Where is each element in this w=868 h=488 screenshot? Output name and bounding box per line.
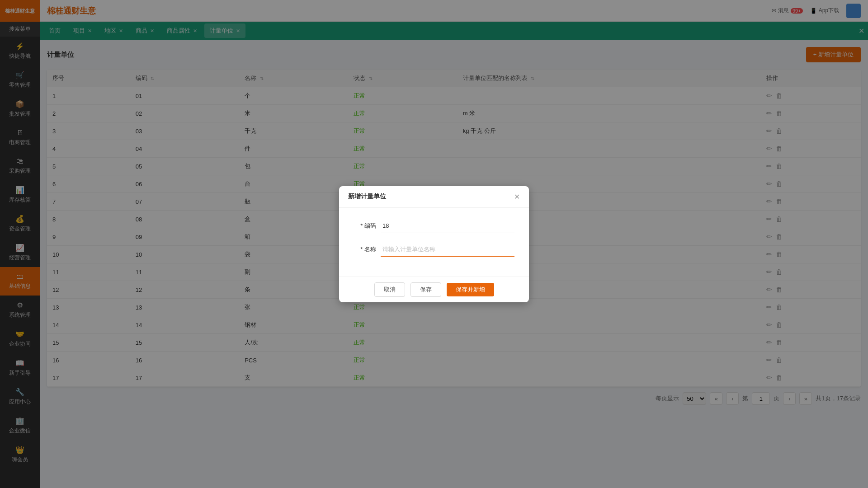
save-and-new-button[interactable]: 保存并新增 <box>447 283 494 296</box>
save-button[interactable]: 保存 <box>410 282 441 297</box>
form-row-code: * 编码 <box>354 219 514 233</box>
cancel-button[interactable]: 取消 <box>374 282 405 297</box>
code-input[interactable] <box>381 219 514 233</box>
dialog-overlay: 新增计量单位 ✕ * 编码 * 名称 取消 保存 保存并新增 <box>0 0 868 488</box>
name-label: * 名称 <box>354 245 381 253</box>
dialog-close-button[interactable]: ✕ <box>514 192 520 201</box>
dialog-header: 新增计量单位 ✕ <box>339 186 529 208</box>
dialog-title: 新增计量单位 <box>348 192 386 201</box>
code-label: * 编码 <box>354 222 381 230</box>
form-row-name: * 名称 <box>354 242 514 257</box>
dialog-footer: 取消 保存 保存并新增 <box>339 277 529 302</box>
name-input[interactable] <box>381 242 514 257</box>
add-unit-dialog: 新增计量单位 ✕ * 编码 * 名称 取消 保存 保存并新增 <box>339 186 529 302</box>
dialog-body: * 编码 * 名称 <box>339 208 529 277</box>
